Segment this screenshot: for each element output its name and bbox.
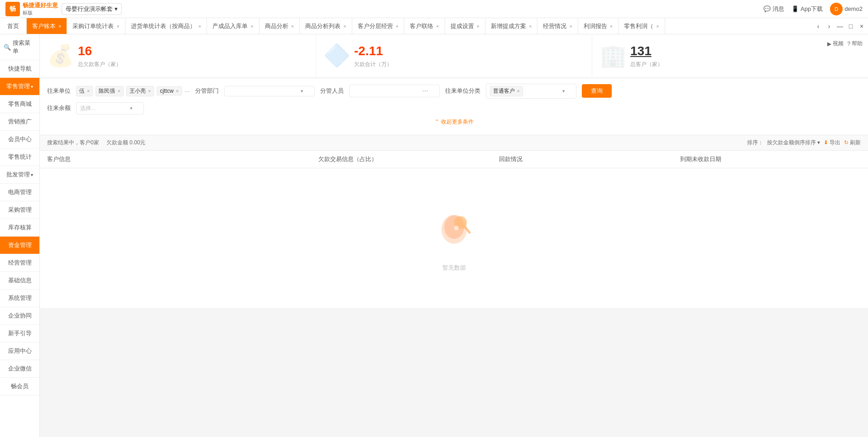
unit-class-select[interactable]: 普通客户 × ▾ <box>486 84 576 99</box>
sidebar-item-retail-mgmt[interactable]: 零售管理 ▾ <box>0 78 39 95</box>
tab-close-icon[interactable]: × <box>656 24 659 29</box>
user-menu[interactable]: D demo2 <box>830 3 863 15</box>
sidebar-item-purchase-mgmt[interactable]: 采购管理 <box>0 201 39 219</box>
chevron-down-icon: ▾ <box>115 5 118 12</box>
tab-profit-report[interactable]: 利润报告 × <box>578 18 619 34</box>
sidebar-item-finance[interactable]: 资金管理 <box>0 237 39 254</box>
tab-close-icon[interactable]: × <box>529 24 532 29</box>
tab-customer-tier[interactable]: 客户分层经营 × <box>352 18 404 34</box>
sidebar-item-enterprise-wechat[interactable]: 企业微信 <box>0 360 39 378</box>
balance-label: 往来余额 <box>47 104 71 112</box>
content-area: 💰 16 总欠款客户（家） 🔷 -2.11 欠款合计（万） 🏢 131 总客户（… <box>40 34 868 437</box>
sidebar-item-basic-info[interactable]: 基础信息 <box>0 272 39 290</box>
stat-label-debt: 欠款合计（万） <box>354 61 392 68</box>
tab-close-icon[interactable]: × <box>291 24 294 29</box>
filter-tag-close-normal[interactable]: × <box>517 88 520 94</box>
app-download-button[interactable]: 📱 App下载 <box>791 5 823 13</box>
query-button[interactable]: 查询 <box>582 84 612 98</box>
topbar-left: 畅 畅捷通好生意 标版 母婴行业演示帐套 ▾ <box>5 1 122 16</box>
tab-customer-ledger[interactable]: 客户账本 × <box>27 18 67 34</box>
dept-select[interactable]: ▾ <box>224 86 315 96</box>
tab-retail-profit[interactable]: 零售利润（ × <box>619 18 665 34</box>
th-overdue-date: 到期未收款日期 <box>680 155 861 163</box>
tab-close-icon[interactable]: × <box>58 24 61 29</box>
sidebar-item-chang-member[interactable]: 畅会员 <box>0 378 39 395</box>
sidebar-item-enterprise-collab[interactable]: 企业协同 <box>0 307 39 325</box>
tab-close-icon[interactable]: × <box>250 24 253 29</box>
next-tab-button[interactable]: › <box>825 22 834 31</box>
filter-tag-wang: 王小亮 × <box>126 86 154 96</box>
close-button[interactable]: × <box>857 22 866 31</box>
filter-row-1: 往来单位 伍 × 陈民强 × 王小亮 × cjttcw <box>47 84 861 99</box>
person-select[interactable]: ··· <box>349 85 440 97</box>
svg-point-4 <box>454 226 459 230</box>
export-button[interactable]: ⬇ 导出 <box>824 139 840 147</box>
tab-product-instock[interactable]: 产成品入库单 × <box>207 18 259 34</box>
tab-add-commission-plan[interactable]: 新增提成方案 × <box>485 18 537 34</box>
account-selector[interactable]: 母婴行业演示帐套 ▾ <box>62 3 122 15</box>
tab-close-icon[interactable]: × <box>116 24 119 29</box>
prev-tab-button[interactable]: ‹ <box>814 22 823 31</box>
stat-total-debt-customers: 💰 16 总欠款客户（家） <box>40 34 316 77</box>
filter-more-tags[interactable]: ··· <box>185 88 190 95</box>
sidebar-item-ecom-mgmt[interactable]: 电商管理 <box>0 184 39 201</box>
video-button[interactable]: ▶ 视频 <box>827 40 844 48</box>
filter-tag-close-wang[interactable]: × <box>148 88 151 94</box>
sidebar-item-quick-nav[interactable]: 快捷导航 <box>0 60 39 78</box>
avatar: D <box>830 3 843 15</box>
sidebar-item-marketing[interactable]: 营销推广 <box>0 113 39 131</box>
minimize-button[interactable]: — <box>835 22 844 31</box>
sidebar-item-app-center[interactable]: 应用中心 <box>0 342 39 360</box>
filter-row-2: 往来余额 选择... ▾ <box>47 102 861 114</box>
sidebar-item-member-center[interactable]: 会员中心 <box>0 131 39 148</box>
sidebar-item-system-mgmt[interactable]: 系统管理 <box>0 290 39 307</box>
collapse-filters-button[interactable]: ⌃ 收起更多条件 <box>47 118 861 126</box>
tab-close-icon[interactable]: × <box>198 24 201 29</box>
tab-commission-settings[interactable]: 提成设置 × <box>445 18 485 34</box>
tab-close-icon[interactable]: × <box>569 24 572 29</box>
stat-total-debt-amount: 🔷 -2.11 欠款合计（万） <box>316 34 592 77</box>
tab-close-icon[interactable]: × <box>610 24 613 29</box>
message-button[interactable]: 💬 消息 <box>763 5 784 13</box>
tab-operations[interactable]: 经营情况 × <box>537 18 578 34</box>
chevron-down-icon: ▾ <box>130 105 133 111</box>
help-button[interactable]: ? 帮助 <box>847 40 863 48</box>
person-label: 分管人员 <box>320 87 344 95</box>
tab-close-icon[interactable]: × <box>436 24 439 29</box>
tab-close-icon[interactable]: × <box>477 24 480 29</box>
filter-tag-close-chen[interactable]: × <box>117 88 120 94</box>
sidebar-item-tutorial[interactable]: 新手引导 <box>0 325 39 342</box>
balance-select[interactable]: 选择... ▾ <box>76 102 144 114</box>
chevron-down-icon: ▾ <box>31 172 33 177</box>
refresh-button[interactable]: ↻ 刷新 <box>844 139 861 147</box>
stat-icon-diamond: 🔷 <box>323 42 350 69</box>
tab-purchase-stats-by-product[interactable]: 进货单统计表（按商品） × <box>125 18 207 34</box>
tab-product-analysis[interactable]: 商品分析 × <box>259 18 300 34</box>
unit-class-label: 往来单位分类 <box>445 87 480 95</box>
amount-text: 欠款金额 0.00元 <box>106 139 146 147</box>
filter-tag-close-cjttcw[interactable]: × <box>176 88 178 94</box>
tab-home[interactable]: 首页 <box>0 18 27 34</box>
th-customer-info: 客户信息 <box>47 155 318 163</box>
tab-close-icon[interactable]: × <box>343 24 346 29</box>
stat-label-total: 总客户（家） <box>630 61 663 68</box>
logo: 畅 畅捷通好生意 标版 <box>5 1 58 16</box>
search-icon: 🔍 <box>4 44 11 51</box>
maximize-button[interactable]: □ <box>846 22 855 31</box>
tab-purchase-order-stats[interactable]: 采购订单统计表 × <box>67 18 125 34</box>
sidebar-item-wholesale-mgmt[interactable]: 批发管理 ▾ <box>0 166 39 184</box>
stat-icon-money: 💰 <box>47 42 74 69</box>
filter-tag-close-wu[interactable]: × <box>87 88 90 94</box>
tab-customer-contact[interactable]: 客户联络 × <box>404 18 445 34</box>
sidebar-item-inventory[interactable]: 库存核算 <box>0 219 39 237</box>
sidebar-search[interactable]: 🔍 搜索菜单 <box>0 34 39 60</box>
topbar: 畅 畅捷通好生意 标版 母婴行业演示帐套 ▾ 💬 消息 📱 App下载 D de… <box>0 0 868 18</box>
tab-close-icon[interactable]: × <box>396 24 398 29</box>
sort-button[interactable]: 按欠款金额倒序排序 ▾ <box>767 139 820 147</box>
sidebar-item-retail-stats[interactable]: 零售统计 <box>0 148 39 166</box>
sidebar-item-operations-mgmt[interactable]: 经营管理 <box>0 254 39 272</box>
stat-label-customers: 总欠款客户（家） <box>78 61 121 68</box>
tab-product-analysis-list[interactable]: 商品分析列表 × <box>300 18 352 34</box>
sidebar-item-retail-mall[interactable]: 零售商城 <box>0 95 39 113</box>
refresh-icon: ↻ <box>844 139 849 146</box>
